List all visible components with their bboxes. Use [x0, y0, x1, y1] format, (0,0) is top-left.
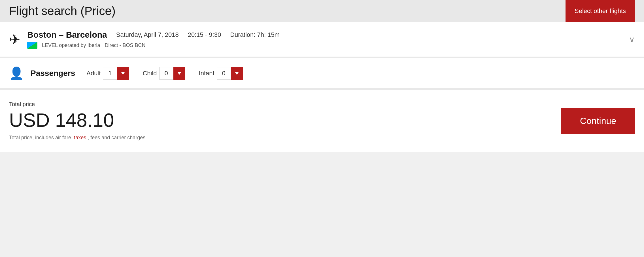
child-value: 0	[159, 67, 173, 80]
flight-left-content: ✈ Boston – Barcelona Saturday, April 7, …	[9, 30, 280, 49]
flight-stops: Direct - BOS,BCN	[105, 42, 145, 48]
flight-info-section: ✈ Boston – Barcelona Saturday, April 7, …	[0, 22, 644, 58]
person-icon: 👤	[9, 66, 24, 80]
select-other-flights-button[interactable]: Select other flights	[566, 0, 635, 22]
flight-details: Boston – Barcelona Saturday, April 7, 20…	[27, 30, 280, 49]
level-logo	[27, 42, 37, 49]
flight-date: Saturday, April 7, 2018	[116, 31, 179, 38]
child-passenger-group: Child 0	[143, 67, 185, 80]
flight-route: Boston – Barcelona	[27, 30, 107, 40]
flight-sub-line: LEVEL operated by Iberia Direct - BOS,BC…	[27, 42, 280, 49]
price-note-before-taxes: Total price, includes air fare,	[9, 135, 73, 140]
infant-dropdown-button[interactable]	[231, 67, 243, 80]
flight-route-line: Boston – Barcelona Saturday, April 7, 20…	[27, 30, 280, 40]
flight-expand-chevron[interactable]: ∨	[629, 35, 635, 44]
adult-passenger-group: Adult 1	[86, 67, 129, 80]
flight-time: 20:15 - 9:30	[188, 31, 221, 38]
page-title: Flight search (Price)	[9, 4, 116, 18]
adult-value: 1	[103, 67, 117, 80]
adult-dropdown-arrow	[121, 72, 125, 75]
infant-dropdown-arrow	[235, 72, 239, 75]
price-info: Total price USD 148.10 Total price, incl…	[9, 101, 147, 141]
child-dropdown-button[interactable]	[173, 67, 185, 80]
infant-label: Infant	[199, 70, 214, 77]
price-note: Total price, includes air fare, taxes , …	[9, 135, 147, 141]
passengers-section: 👤 Passengers Adult 1 Child 0 Infant 0	[0, 58, 644, 90]
price-section: Total price USD 148.10 Total price, incl…	[0, 90, 644, 152]
total-price-label: Total price	[9, 101, 147, 108]
total-price-amount: USD 148.10	[9, 110, 147, 130]
adult-dropdown-button[interactable]	[117, 67, 129, 80]
plane-icon: ✈	[9, 31, 20, 47]
passengers-label: Passengers	[31, 69, 75, 78]
child-label: Child	[143, 70, 157, 77]
adult-label: Adult	[86, 70, 101, 77]
flight-duration: Duration: 7h: 15m	[230, 31, 280, 38]
continue-button[interactable]: Continue	[561, 108, 635, 134]
child-dropdown-arrow	[177, 72, 181, 75]
infant-passenger-group: Infant 0	[199, 67, 243, 80]
page-header: Flight search (Price) Select other fligh…	[0, 0, 644, 22]
infant-value: 0	[217, 67, 231, 80]
flight-operator: LEVEL operated by Iberia	[42, 42, 100, 48]
taxes-link[interactable]: taxes	[74, 135, 86, 140]
price-note-after-taxes: , fees and carrier charges.	[88, 135, 147, 140]
